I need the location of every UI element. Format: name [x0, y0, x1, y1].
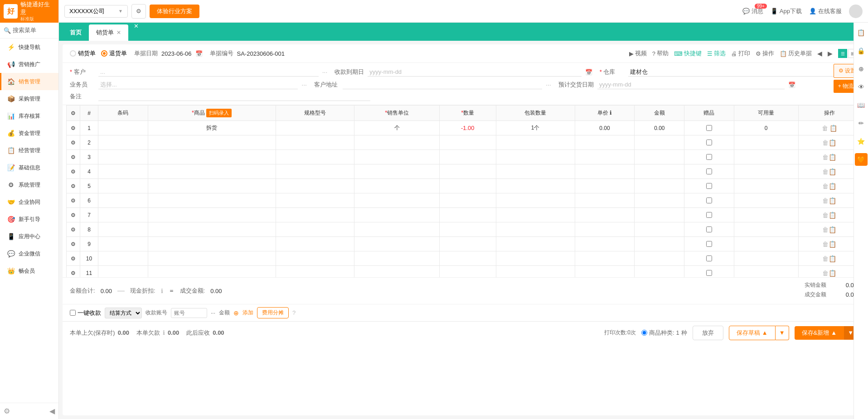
- sidebar-item-enterprise[interactable]: 🤝 企业协同: [0, 193, 58, 211]
- delete-row-icon[interactable]: 🗑: [822, 168, 829, 175]
- right-panel-btn-7[interactable]: ⭐: [855, 135, 868, 148]
- delete-row-icon[interactable]: 🗑: [822, 183, 829, 190]
- row-product[interactable]: [148, 135, 276, 150]
- row-product[interactable]: 拆货: [148, 121, 276, 135]
- sidebar-item-app-center[interactable]: 📱 应用中心: [0, 228, 58, 245]
- sidebar-item-finance[interactable]: 💰 资金管理: [0, 125, 58, 142]
- sidebar-item-membership[interactable]: 👑 畅会员: [0, 262, 58, 279]
- operation-button[interactable]: ⚙ 操作: [756, 49, 774, 58]
- copy-row-icon[interactable]: 📋: [829, 139, 836, 146]
- row-product[interactable]: [148, 150, 276, 164]
- copy-row-icon[interactable]: 📋: [829, 241, 836, 248]
- addr-more-icon[interactable]: ···: [546, 81, 551, 88]
- shortcut-button[interactable]: ⌨ 快捷键: [674, 49, 702, 58]
- search-menu[interactable]: 🔍 搜索菜单: [0, 23, 58, 39]
- row-unit-price[interactable]: 0.00: [575, 121, 635, 135]
- app-download-button[interactable]: 📱 App下载: [771, 7, 802, 15]
- discard-button[interactable]: 放弃: [693, 326, 723, 340]
- customer-addr-input[interactable]: [343, 80, 542, 89]
- print-button[interactable]: 🖨 打印: [731, 49, 750, 58]
- close-all-tabs-button[interactable]: ✕: [130, 23, 142, 41]
- row-product[interactable]: [148, 237, 276, 251]
- account-input[interactable]: [171, 308, 207, 318]
- row-settings-icon[interactable]: ⚙: [67, 121, 80, 135]
- delete-row-icon[interactable]: 🗑: [822, 255, 829, 262]
- right-panel-btn-2[interactable]: 🔒: [855, 44, 868, 57]
- sidebar-item-sales[interactable]: 🏠 销售管理: [0, 73, 58, 90]
- trial-button[interactable]: 体验行业方案: [150, 5, 199, 18]
- user-avatar[interactable]: [849, 5, 863, 18]
- sidebar-item-basic-info[interactable]: 📝 基础信息: [0, 159, 58, 176]
- row-settings-icon[interactable]: ⚙: [67, 266, 80, 278]
- row-barcode[interactable]: [98, 179, 148, 193]
- row-settings-icon[interactable]: ⚙: [67, 208, 80, 222]
- warehouse-input[interactable]: [628, 67, 849, 77]
- list-view-button[interactable]: ☰: [838, 49, 847, 58]
- row-settings-icon[interactable]: ⚙: [67, 193, 80, 208]
- row-barcode[interactable]: [98, 266, 148, 278]
- row-gift[interactable]: [684, 121, 734, 135]
- copy-row-icon[interactable]: 📋: [829, 226, 836, 233]
- copy-row-icon[interactable]: 📋: [829, 212, 836, 219]
- message-button[interactable]: 💬 消息 99+: [742, 7, 763, 15]
- row-barcode[interactable]: [98, 135, 148, 150]
- sidebar-item-wechat[interactable]: 💬 企业微信: [0, 245, 58, 262]
- history-button[interactable]: 📋 历史单据: [780, 49, 812, 58]
- copy-row-icon[interactable]: 📋: [829, 183, 836, 190]
- prev-record-button[interactable]: ◀: [817, 50, 822, 57]
- row-barcode[interactable]: [98, 222, 148, 237]
- save-draft-button[interactable]: 保存草稿 ▲: [729, 326, 776, 340]
- header-settings-button[interactable]: ⚙: [131, 4, 146, 19]
- collapse-icon[interactable]: ◀: [49, 407, 55, 415]
- tab-close-icon[interactable]: ✕: [116, 29, 121, 36]
- online-service-button[interactable]: 👤 在线客服: [809, 7, 842, 15]
- row-barcode[interactable]: [98, 164, 148, 179]
- company-selector[interactable]: XXXXXX公司 ▼: [64, 5, 128, 18]
- row-barcode[interactable]: [98, 193, 148, 208]
- help-button[interactable]: ? 帮助: [652, 49, 669, 58]
- due-date-input[interactable]: [368, 67, 581, 77]
- delete-row-icon[interactable]: 🗑: [822, 197, 829, 204]
- row-barcode[interactable]: [98, 121, 148, 135]
- copy-row-icon[interactable]: 📋: [829, 255, 836, 262]
- save-new-button[interactable]: 保存&新增 ▲: [795, 326, 844, 340]
- row-amount[interactable]: 0.00: [635, 121, 684, 135]
- right-panel-btn-5[interactable]: 📖: [855, 99, 868, 111]
- date-calendar-icon[interactable]: 📅: [195, 50, 203, 57]
- row-settings-icon[interactable]: ⚙: [67, 251, 80, 266]
- copy-row-icon[interactable]: 📋: [829, 270, 836, 277]
- return-order-radio[interactable]: 退货单: [101, 49, 127, 58]
- row-settings-icon[interactable]: ⚙: [67, 179, 80, 193]
- settings-bottom-icon[interactable]: ⚙: [4, 407, 10, 415]
- row-settings-icon[interactable]: ⚙: [67, 150, 80, 164]
- row-product[interactable]: [148, 208, 276, 222]
- copy-row-icon[interactable]: 📋: [829, 154, 836, 161]
- row-barcode[interactable]: [98, 150, 148, 164]
- delete-row-icon[interactable]: 🗑: [822, 226, 829, 233]
- right-panel-btn-1[interactable]: 📋: [855, 26, 868, 39]
- tab-sales-order[interactable]: 销货单 ✕: [89, 24, 128, 41]
- tab-home[interactable]: 首页: [63, 24, 89, 41]
- salesperson-more-icon[interactable]: ···: [301, 81, 307, 88]
- add-payment-icon[interactable]: ⊕: [233, 309, 239, 317]
- delivery-date-calendar-icon[interactable]: 📅: [788, 82, 795, 88]
- delivery-date-input[interactable]: [597, 80, 785, 89]
- sidebar-item-system[interactable]: ⚙ 系统管理: [0, 176, 58, 193]
- scan-button[interactable]: 扫码录入: [206, 109, 232, 117]
- cumulative-owe-help-icon[interactable]: ℹ: [163, 329, 165, 336]
- row-pack-qty[interactable]: 1个: [496, 121, 575, 135]
- notes-input[interactable]: [98, 92, 370, 101]
- discount-help-icon[interactable]: ℹ: [161, 288, 163, 294]
- expense-help-icon[interactable]: ?: [292, 309, 296, 316]
- customer-more-icon[interactable]: ···: [322, 68, 328, 76]
- row-barcode[interactable]: [98, 208, 148, 222]
- delete-row-icon[interactable]: 🗑: [822, 154, 829, 161]
- customer-input[interactable]: [98, 67, 319, 77]
- row-settings-icon[interactable]: ⚙: [67, 237, 80, 251]
- delete-row-icon[interactable]: 🗑: [822, 139, 829, 146]
- delete-row-icon[interactable]: 🗑: [822, 241, 829, 248]
- row-product[interactable]: [148, 222, 276, 237]
- row-barcode[interactable]: [98, 251, 148, 266]
- sidebar-item-quick-nav[interactable]: ⚡ 快捷导航: [0, 39, 58, 56]
- product-type-radio[interactable]: [641, 330, 647, 336]
